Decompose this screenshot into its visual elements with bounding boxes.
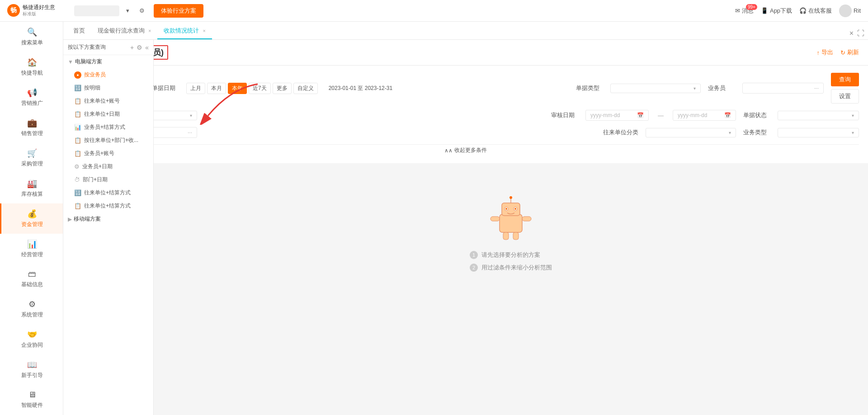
salesperson-more-icon[interactable]: ··· [814,85,819,91]
collapse-more-icon: ∧∧ [444,147,453,154]
nav-settings-icon[interactable]: ⚙ [136,5,148,17]
date-btn-last-month[interactable]: 上月 [186,83,205,94]
voucher-type-label: 单据类型 [576,84,603,92]
scheme-item-partner-account[interactable]: 📋 往来单位+账号 [63,94,153,108]
date-btn-custom[interactable]: 自定义 [293,83,318,94]
scheme-mobile-label: 移动端方案 [74,215,101,223]
scheme-mobile-section[interactable]: ▶ 移动端方案 [63,212,153,226]
app-label: App下载 [770,7,792,15]
sidebar-label-purchase: 采购管理 [21,160,43,168]
partner-cat-select[interactable]: ▾ [646,128,736,137]
sidebar-item-finance[interactable]: 💰 资金管理 [0,203,63,234]
message-button[interactable]: ✉ 消息 99+ [735,7,754,15]
salesperson-select[interactable]: ··· [742,83,824,94]
message-badge: 99+ [746,4,757,10]
scheme-item-salesperson-date[interactable]: ⚙ 业务员+日期 [63,160,153,173]
voucher-type-chevron: ▾ [693,86,696,91]
scheme-item-label-dept-date: 部门+日期 [83,176,108,184]
sidebar-item-corp[interactable]: 🤝 企业协同 [0,324,63,354]
partner-more-icon[interactable]: ··· [188,129,192,136]
scheme-item-label-partner-dept: 按往来单位+部门+收... [84,137,138,144]
voucher-status-select[interactable]: ▾ [778,111,859,120]
system-icon: ⚙ [28,299,36,309]
voucher-type-select[interactable]: ▾ [610,84,701,93]
app-download-button[interactable]: 📱 App下载 [761,7,792,15]
scheme-item-salesperson-account[interactable]: 📋 业务员+账号 [63,147,153,160]
sidebar-item-guide[interactable]: 📖 新手引导 [0,354,63,385]
partner-date-icon: 📋 [74,111,81,118]
scheme-hide-btn[interactable]: « [145,44,149,51]
tab-cash-flow[interactable]: 现金银行流水查询 × [91,23,157,39]
collapse-more-btn[interactable]: ∧∧ 收起更多条件 [72,144,859,156]
scheme-item-partner-settle2[interactable]: 📋 往来单位+结算方式 [63,199,153,212]
sidebar-item-nav[interactable]: 🏠 快捷导航 [0,52,63,82]
partner-cat-chevron: ▾ [729,130,731,135]
tab-collection-stat-close[interactable]: × [203,28,205,33]
hint-num-1: 1 [470,251,478,259]
window-maximize-btn[interactable]: ⛶ [857,29,864,38]
dropdown-icon[interactable]: ▾ [121,5,134,17]
sidebar-item-sales[interactable]: 💼 销售管理 [0,113,63,143]
date-btn-this-month[interactable]: 本月 [207,83,226,94]
export-icon: ↑ [817,49,820,56]
scheme-item-salesperson-settle[interactable]: 📊 业务员+结算方式 [63,121,153,134]
hardware-icon: 🖥 [28,390,36,400]
window-close-btn[interactable]: × [849,29,854,38]
top-nav-item-1[interactable] [74,5,119,16]
partner-dept-icon: 📋 [74,137,81,144]
tab-collection-stat[interactable]: 收款情况统计 × [157,23,212,39]
scheme-item-label-partner-account: 往来单位+账号 [84,97,120,105]
dept-chevron: ▾ [190,113,192,118]
refresh-button[interactable]: ↻ 刷新 [840,48,859,57]
scheme-item-label-partner-settle2: 往来单位+结算方式 [84,202,131,210]
empty-hints: 1 请先选择要分析的方案 2 用过滤条件来缩小分析范围 [470,251,552,272]
sidebar-item-purchase[interactable]: 🛒 采购管理 [0,143,63,173]
export-button[interactable]: ↑ 导出 [817,48,834,57]
date-label: 单据日期 [152,84,179,92]
partner-cat-label: 往来单位分类 [603,128,638,137]
active-scheme-icon: ● [74,71,81,79]
audit-date-from[interactable]: yyyy-mm-dd 📅 [585,110,649,121]
tab-home[interactable]: 首页 [67,23,91,39]
date-btn-7days[interactable]: 近7天 [249,83,271,94]
filter-row-2: 部门 ▾ 审核日期 yyyy-mm-dd 📅 — yyyy-mm-dd 📅 [72,110,859,121]
audit-date-to[interactable]: yyyy-mm-dd 📅 [673,110,736,121]
scheme-item-partner-settle1[interactable]: 🔢 往来单位+结算方式 [63,186,153,199]
scheme-item-partner-dept-collect[interactable]: 📋 按往来单位+部门+收... [63,134,153,147]
date-buttons: 上月 本月 本年 近7天 更多 自定义 [186,83,318,94]
sidebar-label-corp: 企业协同 [21,341,43,349]
scheme-item-partner-date[interactable]: 📋 往来单位+日期 [63,108,153,121]
settings-button[interactable]: 设置 [831,89,859,104]
sidebar-item-search[interactable]: 🔍 搜索菜单 [0,22,63,52]
avatar[interactable]: Rit [839,5,861,17]
sidebar-item-operation[interactable]: 📊 经营管理 [0,234,63,264]
scheme-item-by-detail[interactable]: 🔢 按明细 [63,81,153,94]
service-button[interactable]: 🎧 在线客服 [799,7,832,15]
sidebar-item-marketing[interactable]: 📢 营销推广 [0,82,63,113]
logo-icon: 畅 [7,4,20,17]
scheme-panel-title: 按以下方案查询 [68,43,106,51]
query-button[interactable]: 查询 [831,73,859,86]
audit-date-from-placeholder: yyyy-mm-dd [590,112,620,118]
scheme-item-dept-date[interactable]: ⏱ 部门+日期 [63,173,153,186]
scheme-panel-header: 按以下方案查询 + ⚙ « [63,40,153,55]
scheme-item-by-salesperson[interactable]: ● 按业务员 [63,68,153,81]
avatar-name: Rit [854,7,861,14]
sidebar-item-inventory[interactable]: 🏭 库存核算 [0,173,63,203]
tab-cash-flow-close[interactable]: × [148,28,151,33]
scheme-add-btn[interactable]: + [130,44,134,51]
date-btn-this-year[interactable]: 本年 [228,83,247,94]
scheme-desktop-section[interactable]: ▼ 电脑端方案 [63,55,153,68]
biz-type-select[interactable]: ▾ [778,128,859,137]
sidebar-item-basic[interactable]: 🗃 基础信息 [0,264,63,294]
date-btn-more[interactable]: 更多 [273,83,292,94]
trial-button[interactable]: 体验行业方案 [154,4,203,18]
sidebar-item-system[interactable]: ⚙ 系统管理 [0,294,63,324]
sidebar-item-hardware[interactable]: 🖥 智能硬件 [0,385,63,415]
collapse-more-label: 收起更多条件 [454,146,487,154]
sidebar-label-operation: 经营管理 [21,251,43,259]
sidebar: 🔍 搜索菜单 🏠 快捷导航 📢 营销推广 💼 销售管理 🛒 采购管理 🏭 库存核… [0,22,63,415]
scheme-config-btn[interactable]: ⚙ [137,44,142,51]
service-icon: 🎧 [799,7,807,14]
page-header: 收款情况统计(按业务员) ↑ 导出 ↻ 刷新 [63,40,868,66]
